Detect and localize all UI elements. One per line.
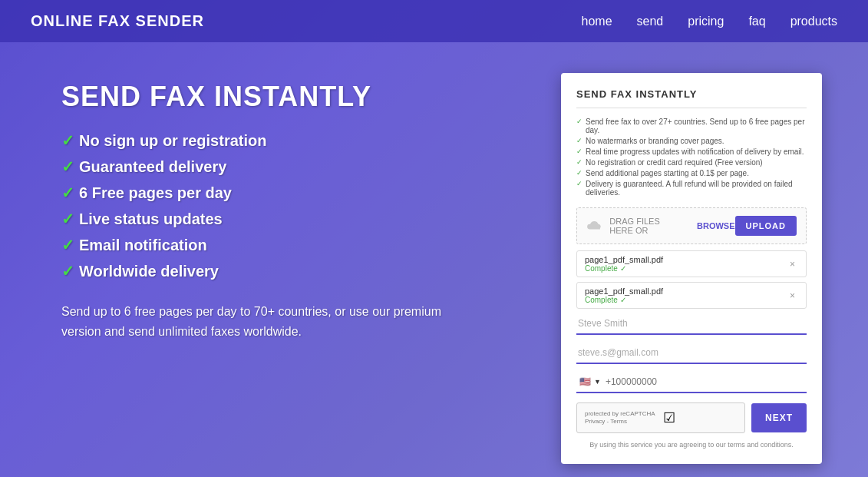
check-icon-3: ✓ xyxy=(61,184,74,201)
recaptcha-privacy-text: Privacy - Terms xyxy=(585,418,655,426)
benefit-6: Delivery is guaranteed. A full refund wi… xyxy=(576,180,807,197)
cloud-upload-icon xyxy=(586,218,603,234)
hero-title: SEND FAX INSTANTLY xyxy=(61,81,530,113)
browse-link[interactable]: BROWSE xyxy=(697,221,735,230)
terms-text: By using this service you are agreeing t… xyxy=(576,441,807,449)
benefit-2: No watermarks or branding cover pages. xyxy=(576,137,807,145)
fax-form-panel: SEND FAX INSTANTLY Send free fax to over… xyxy=(561,73,822,464)
file-remove-2[interactable]: × xyxy=(787,290,798,301)
file-info-1: page1_pdf_small.pdf Complete ✓ xyxy=(585,255,787,273)
feature-5: ✓Email notification xyxy=(61,236,530,254)
nav-links: home send pricing faq products xyxy=(582,15,838,28)
check-icon-6: ✓ xyxy=(61,263,74,280)
recaptcha-checkmark: ☑ xyxy=(663,409,675,426)
check-icon-5: ✓ xyxy=(61,237,74,253)
file-name-1: page1_pdf_small.pdf xyxy=(585,255,787,264)
brand-logo: ONLINE FAX SENDER xyxy=(31,12,204,30)
benefit-3: Real time progress updates with notifica… xyxy=(576,147,807,156)
nav-home[interactable]: home xyxy=(582,15,612,28)
upload-area-left: DRAG FILES HERE OR BROWSE xyxy=(586,217,735,235)
phone-input[interactable] xyxy=(604,372,807,392)
file-status-1: Complete ✓ xyxy=(585,264,787,273)
hero-section: SEND FAX INSTANTLY ✓No sign up or regist… xyxy=(61,73,530,341)
benefits-list: Send free fax to over 27+ countries. Sen… xyxy=(576,118,807,197)
hero-description: Send up to 6 free pages per day to 70+ c… xyxy=(61,302,460,341)
file-entry-2: page1_pdf_small.pdf Complete ✓ × xyxy=(576,282,807,309)
phone-row: 🇺🇸 ▼ xyxy=(576,372,807,393)
check-icon-4: ✓ xyxy=(61,210,74,227)
form-title: SEND FAX INSTANTLY xyxy=(576,88,807,108)
file-entry-1: page1_pdf_small.pdf Complete ✓ × xyxy=(576,250,807,277)
main-content: SEND FAX INSTANTLY ✓No sign up or regist… xyxy=(0,42,868,477)
benefit-5: Send additional pages starting at 0.1$ p… xyxy=(576,169,807,177)
nav-pricing[interactable]: pricing xyxy=(688,15,724,28)
bottom-row: protected by reCAPTCHA Privacy - Terms ☑… xyxy=(576,402,807,433)
feature-4: ✓Live status updates xyxy=(61,210,530,228)
feature-3: ✓6 Free pages per day xyxy=(61,184,530,202)
features-list: ✓No sign up or registration ✓Guaranteed … xyxy=(61,131,530,280)
upload-button[interactable]: UPLOAD xyxy=(735,216,797,236)
sender-email-input[interactable] xyxy=(576,343,807,364)
file-name-2: page1_pdf_small.pdf xyxy=(585,287,787,296)
navbar: ONLINE FAX SENDER home send pricing faq … xyxy=(0,0,868,42)
check-icon-2: ✓ xyxy=(61,158,74,175)
nav-faq[interactable]: faq xyxy=(748,15,765,28)
next-button[interactable]: NEXT xyxy=(751,403,807,432)
feature-6: ✓Worldwide delivery xyxy=(61,262,530,280)
chevron-down-icon: ▼ xyxy=(594,378,601,386)
flag-icon: 🇺🇸 xyxy=(579,376,591,387)
feature-1: ✓No sign up or registration xyxy=(61,131,530,150)
sender-name-input[interactable] xyxy=(576,313,807,335)
recaptcha-box: protected by reCAPTCHA Privacy - Terms ☑ xyxy=(576,402,745,433)
recaptcha-text-block: protected by reCAPTCHA Privacy - Terms xyxy=(585,410,655,426)
file-info-2: page1_pdf_small.pdf Complete ✓ xyxy=(585,287,787,304)
file-remove-1[interactable]: × xyxy=(787,259,798,270)
benefit-4: No registration or credit card required … xyxy=(576,158,807,167)
benefit-1: Send free fax to over 27+ countries. Sen… xyxy=(576,118,807,134)
upload-area: DRAG FILES HERE OR BROWSE UPLOAD xyxy=(576,207,807,244)
flag-selector[interactable]: 🇺🇸 ▼ xyxy=(576,372,604,392)
drag-text: DRAG FILES HERE OR xyxy=(609,217,682,235)
nav-send[interactable]: send xyxy=(637,15,664,28)
recaptcha-protected-text: protected by reCAPTCHA xyxy=(585,410,655,418)
feature-2: ✓Guaranteed delivery xyxy=(61,157,530,176)
file-status-2: Complete ✓ xyxy=(585,296,787,304)
check-icon-1: ✓ xyxy=(61,132,74,149)
nav-products[interactable]: products xyxy=(790,15,837,28)
